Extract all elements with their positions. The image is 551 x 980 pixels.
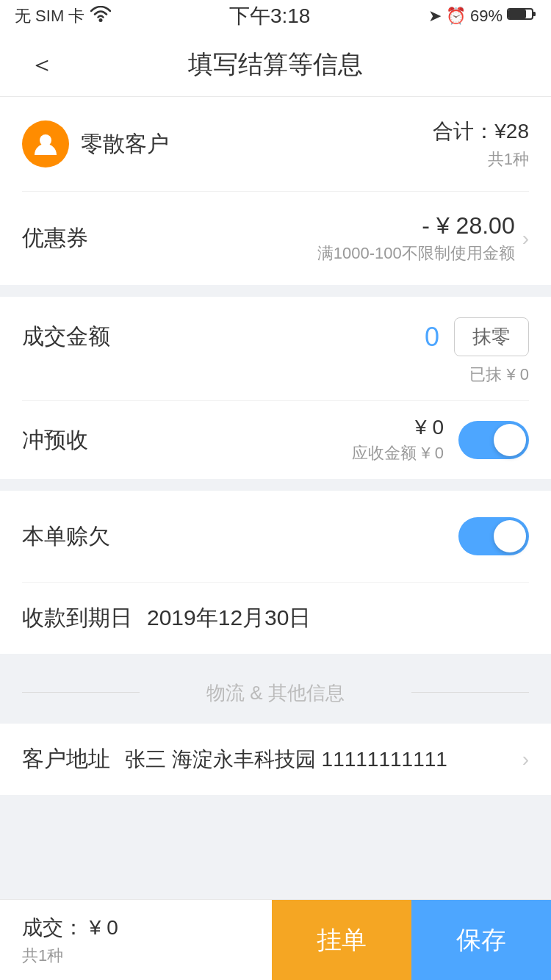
address-card: 客户地址 张三 海淀永丰科技园 11111111111 › xyxy=(0,724,551,795)
coupon-desc: 满1000-100不限制使用金额 xyxy=(317,242,515,264)
precollect-toggle[interactable] xyxy=(458,421,529,459)
precollect-receivable: 应收金额 ¥ 0 xyxy=(352,442,444,464)
page-title: 填写结算等信息 xyxy=(188,48,363,82)
amount-row: 成交金额 0 抹零 xyxy=(0,297,551,364)
amount-right: 0 抹零 xyxy=(425,317,529,356)
coupon-info: - ¥ 28.00 满1000-100不限制使用金额 xyxy=(317,212,515,264)
duedate-row: 收款到期日 2019年12月30日 xyxy=(0,583,551,654)
coupon-label: 优惠券 xyxy=(22,223,88,253)
debt-label: 本单赊欠 xyxy=(22,522,110,552)
location-icon: ➤ xyxy=(428,7,442,26)
address-value: 张三 海淀永丰科技园 11111111111 xyxy=(125,746,522,774)
coupon-right: - ¥ 28.00 满1000-100不限制使用金额 › xyxy=(317,212,529,264)
divider-line-right xyxy=(411,692,529,693)
battery-icon xyxy=(507,7,536,26)
back-button[interactable]: ＜ xyxy=(22,40,62,89)
amount-label: 成交金额 xyxy=(22,322,110,352)
main-content: 零散客户 合计：¥28 共1种 优惠券 - ¥ 28.00 满1000-100不… xyxy=(0,97,551,980)
debt-toggle-knob xyxy=(494,520,526,552)
hold-button[interactable]: 挂单 xyxy=(272,900,411,980)
alarm-icon: ⏰ xyxy=(446,7,466,26)
duedate-label: 收款到期日 xyxy=(22,603,132,633)
status-left: 无 SIM 卡 xyxy=(15,5,111,27)
bottom-deal: 成交： ¥ 0 xyxy=(22,914,250,942)
logistics-header: 物流 & 其他信息 xyxy=(0,666,551,718)
precollect-label: 冲预收 xyxy=(22,425,88,455)
battery-label: 69% xyxy=(470,7,503,26)
address-row[interactable]: 客户地址 张三 海淀永丰科技园 11111111111 › xyxy=(0,724,551,795)
logistics-section: 物流 & 其他信息 xyxy=(0,666,551,724)
divider-line-left xyxy=(22,692,140,693)
status-right: ➤ ⏰ 69% xyxy=(428,7,536,26)
precollect-right: ¥ 0 应收金额 ¥ 0 xyxy=(352,416,529,464)
nav-bar: ＜ 填写结算等信息 xyxy=(0,32,551,97)
amount-card: 成交金额 0 抹零 已抹 ¥ 0 冲预收 ¥ 0 应收金额 ¥ 0 xyxy=(0,297,551,479)
precollect-amount: ¥ 0 xyxy=(352,416,444,439)
save-button[interactable]: 保存 xyxy=(411,900,551,980)
debt-toggle[interactable] xyxy=(458,517,529,555)
address-label: 客户地址 xyxy=(22,744,110,774)
svg-rect-2 xyxy=(508,10,526,18)
customer-row: 零散客户 合计：¥28 共1种 xyxy=(0,97,551,191)
customer-right: 合计：¥28 共1种 xyxy=(433,118,529,170)
customer-name: 零散客户 xyxy=(81,129,169,159)
coupon-row[interactable]: 优惠券 - ¥ 28.00 满1000-100不限制使用金额 › xyxy=(0,192,551,285)
status-bar: 无 SIM 卡 下午3:18 ➤ ⏰ 69% xyxy=(0,0,551,32)
precollect-values: ¥ 0 应收金额 ¥ 0 xyxy=(352,416,444,464)
wifi-icon xyxy=(90,6,111,26)
debt-card: 本单赊欠 收款到期日 2019年12月30日 xyxy=(0,491,551,654)
round-zero-button[interactable]: 抹零 xyxy=(454,317,529,356)
avatar xyxy=(22,120,69,167)
customer-count: 共1种 xyxy=(433,148,529,170)
status-time: 下午3:18 xyxy=(229,2,311,30)
sim-label: 无 SIM 卡 xyxy=(15,5,84,27)
amount-value: 0 xyxy=(425,322,439,353)
bottom-summary: 成交： ¥ 0 共1种 xyxy=(0,900,272,980)
toggle-knob xyxy=(494,424,526,456)
logistics-title: 物流 & 其他信息 xyxy=(192,680,359,706)
precollect-row: 冲预收 ¥ 0 应收金额 ¥ 0 xyxy=(0,401,551,479)
duedate-value: 2019年12月30日 xyxy=(147,603,311,633)
amount-sub: 已抹 ¥ 0 xyxy=(0,364,551,400)
debt-row: 本单赊欠 xyxy=(0,491,551,582)
customer-card: 零散客户 合计：¥28 共1种 优惠券 - ¥ 28.00 满1000-100不… xyxy=(0,97,551,285)
bottom-count: 共1种 xyxy=(22,945,250,967)
bottom-bar: 成交： ¥ 0 共1种 挂单 保存 xyxy=(0,899,551,980)
coupon-value: - ¥ 28.00 xyxy=(317,212,515,239)
customer-left: 零散客户 xyxy=(22,120,169,167)
chevron-address-icon: › xyxy=(522,748,529,771)
customer-total: 合计：¥28 xyxy=(433,118,529,145)
svg-rect-1 xyxy=(533,12,536,16)
chevron-right-icon: › xyxy=(522,227,529,251)
